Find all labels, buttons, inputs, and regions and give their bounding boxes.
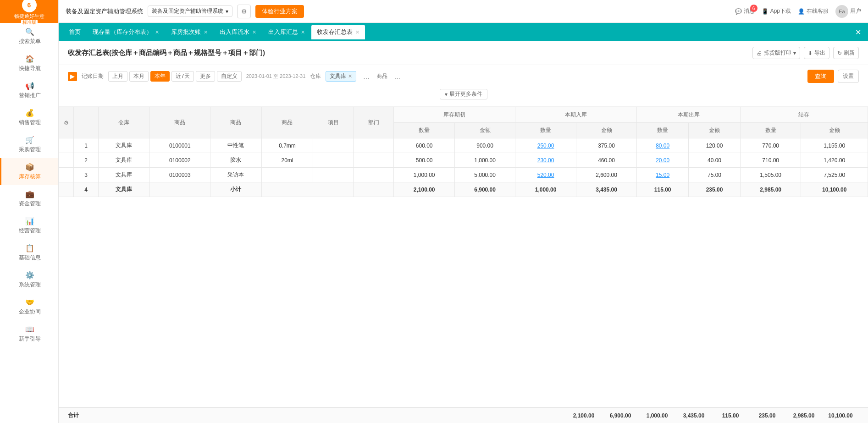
avatar: Ea	[835, 5, 848, 18]
sidebar-item-basic-info[interactable]: 📋 基础信息	[0, 239, 58, 266]
row-warehouse: 文具库	[99, 168, 149, 182]
date-btn-this-month[interactable]: 本月	[129, 71, 149, 82]
export-button[interactable]: ⬇ 导出	[804, 47, 829, 59]
row-close-amt: 1,155.00	[801, 138, 868, 153]
sidebar: 6 畅捷通好生意 标准版 🔍 搜索菜单 🏠 快捷导航 📢 营销推广 💰 销售管理…	[0, 0, 59, 423]
row-close-amt: 7,525.00	[801, 168, 868, 182]
tab-inout-flow[interactable]: 出入库流水 ✕	[214, 25, 262, 39]
system-title: 装备及固定资产辅助管理系统	[66, 7, 143, 16]
sidebar-item-operations[interactable]: 📊 经营管理	[0, 212, 58, 239]
row-opening-amt: 6,900.00	[454, 182, 515, 197]
date-btn-7days[interactable]: 近7天	[171, 71, 194, 82]
export-label: 导出	[814, 49, 825, 57]
app-download-button[interactable]: 📱 App下载	[762, 7, 791, 15]
row-spec	[261, 168, 313, 182]
date-btn-custom[interactable]: 自定义	[217, 71, 242, 82]
col-code-header: 商品	[149, 107, 210, 138]
sidebar-item-sales[interactable]: 💰 销售管理	[0, 104, 58, 131]
toggle-filter-button[interactable]: ▶	[68, 72, 77, 81]
row-no: 3	[74, 168, 99, 182]
sidebar-item-search[interactable]: 🔍 搜索菜单	[0, 23, 58, 50]
row-in-qty[interactable]: 230.00	[515, 153, 576, 168]
row-cell	[59, 138, 74, 153]
row-in-qty[interactable]: 250.00	[515, 138, 576, 153]
tab-batch-close[interactable]: ✕	[204, 29, 208, 35]
page-title: 收发存汇总表(按仓库＋商品编码＋商品＋规格型号＋项目＋部门)	[68, 49, 265, 57]
row-cell	[59, 153, 74, 168]
row-in-qty[interactable]: 1,000.00	[515, 182, 576, 197]
user-menu[interactable]: Ea 用户	[835, 5, 861, 18]
system-selector[interactable]: 装备及固定资产辅助管理系统 ▾	[148, 5, 232, 17]
sidebar-item-enterprise[interactable]: 🤝 企业协同	[0, 293, 58, 320]
row-in-qty-link[interactable]: 230.00	[537, 157, 554, 164]
query-button[interactable]: 查询	[807, 70, 834, 83]
tab-inout-summary[interactable]: 出入库汇总 ✕	[263, 25, 310, 39]
row-in-amt: 460.00	[576, 153, 636, 168]
topbar: 装备及固定资产辅助管理系统 装备及固定资产辅助管理系统 ▾ ⚙ 体验行业方案 💬…	[59, 0, 868, 23]
tab-recv-send[interactable]: 收发存汇总表 ✕	[311, 25, 365, 39]
expand-filters-button[interactable]: ▾ 展开更多条件	[440, 89, 487, 99]
row-close-qty: 710.00	[740, 153, 801, 168]
settings-button[interactable]: ⚙	[237, 5, 251, 18]
row-out-qty[interactable]: 15.00	[637, 168, 689, 182]
row-out-qty: 115.00	[637, 182, 689, 197]
online-service-label: 在线客服	[807, 7, 829, 15]
sidebar-item-finance[interactable]: 💼 资金管理	[0, 185, 58, 212]
warehouse-more-dots[interactable]: ...	[361, 72, 371, 81]
tab-stock-dist[interactable]: 现存量（库存分布表） ✕	[87, 25, 165, 39]
tab-inout-flow-close[interactable]: ✕	[252, 29, 256, 35]
row-in-qty-link[interactable]: 520.00	[537, 172, 554, 178]
expand-btn-label: 展开更多条件	[449, 90, 482, 98]
row-out-qty-link[interactable]: 20.00	[656, 157, 669, 164]
row-close-amt: 10,100.00	[801, 182, 868, 197]
date-btn-last-month[interactable]: 上月	[108, 71, 127, 82]
sidebar-item-system[interactable]: ⚙️ 系统管理	[0, 266, 58, 293]
app-download-label: App下载	[770, 7, 791, 15]
close-all-tabs[interactable]: ✕	[853, 28, 863, 37]
warehouse-tag[interactable]: 文具库 ✕	[326, 71, 356, 82]
refresh-button[interactable]: ↻ 刷新	[833, 47, 859, 59]
row-project	[313, 182, 354, 197]
sidebar-item-inventory[interactable]: 📦 库存核算	[0, 158, 58, 185]
date-btn-more[interactable]: 更多	[196, 71, 215, 82]
page-actions: 🖨 拣货版打印 ▾ ⬇ 导出 ↻ 刷新	[752, 47, 859, 59]
row-in-qty-link[interactable]: 250.00	[537, 143, 554, 149]
row-no: 4	[74, 182, 99, 197]
settings-panel-button[interactable]: 设置	[838, 70, 859, 83]
row-out-qty-link[interactable]: 15.00	[656, 172, 669, 178]
trial-button[interactable]: 体验行业方案	[255, 5, 304, 18]
tab-batch[interactable]: 库房批次账 ✕	[166, 25, 213, 39]
goods-more-dots[interactable]: ...	[392, 72, 403, 81]
tab-recv-send-close[interactable]: ✕	[355, 29, 359, 35]
basic-info-icon: 📋	[25, 244, 34, 253]
marketing-icon: 📢	[25, 82, 34, 90]
tab-home[interactable]: 首页	[63, 25, 86, 39]
row-out-qty[interactable]: 20.00	[637, 153, 689, 168]
message-button[interactable]: 💬 消息 6	[735, 7, 755, 15]
tab-inout-summary-close[interactable]: ✕	[301, 29, 305, 35]
tab-stock-dist-close[interactable]: ✕	[155, 29, 159, 35]
col-warehouse-header: 仓库	[99, 107, 149, 138]
sidebar-item-label: 资金管理	[19, 200, 41, 208]
inventory-icon: 📦	[25, 163, 34, 171]
warehouse-tag-remove[interactable]: ✕	[348, 73, 352, 79]
row-out-qty[interactable]: 80.00	[637, 138, 689, 153]
date-btn-this-year[interactable]: 本年	[150, 71, 170, 82]
printer-icon: 🖨	[757, 50, 762, 56]
guide-icon: 📖	[25, 325, 34, 334]
row-in-qty[interactable]: 520.00	[515, 168, 576, 182]
online-service-button[interactable]: 👤 在线客服	[798, 7, 829, 15]
row-project	[313, 168, 354, 182]
sidebar-item-purchase[interactable]: 🛒 采购管理	[0, 131, 58, 158]
sidebar-item-quick-nav[interactable]: 🏠 快捷导航	[0, 50, 58, 77]
tab-inout-flow-label: 出入库流水	[220, 28, 249, 36]
system-selector-text: 装备及固定资产辅助管理系统	[152, 7, 223, 15]
print-label: 拣货版打印	[764, 49, 791, 57]
sidebar-item-guide[interactable]: 📖 新手引导	[0, 320, 58, 347]
sidebar-item-label: 搜索菜单	[19, 38, 41, 45]
print-button[interactable]: 🖨 拣货版打印 ▾	[752, 47, 800, 59]
row-code: 0100002	[149, 153, 210, 168]
sidebar-logo[interactable]: 6 畅捷通好生意 标准版	[0, 0, 58, 23]
row-out-qty-link[interactable]: 80.00	[656, 143, 669, 149]
sidebar-item-marketing[interactable]: 📢 营销推广	[0, 77, 58, 104]
